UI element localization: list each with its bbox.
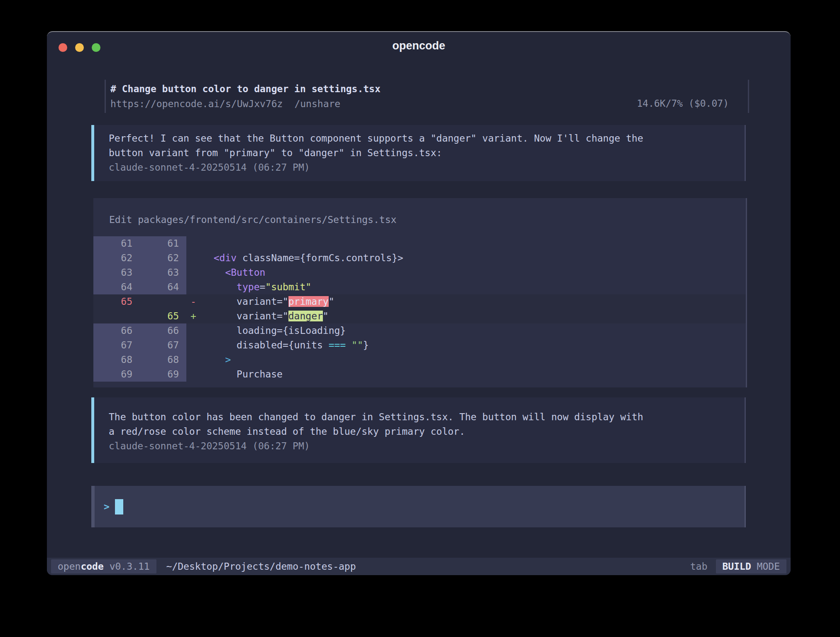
diff-code-line: loading={isLoading} bbox=[202, 323, 746, 338]
app-version: v0.3.11 bbox=[110, 561, 150, 572]
status-bar: opencode v0.3.11 ~/Desktop/Projects/demo… bbox=[47, 558, 791, 575]
diff-row: 6969 Purchase bbox=[93, 367, 746, 382]
new-line-number: 63 bbox=[140, 265, 186, 280]
new-line-number: 62 bbox=[140, 251, 186, 265]
diff-code-line: Purchase bbox=[202, 367, 746, 382]
diff-marker bbox=[186, 280, 202, 294]
working-directory: ~/Desktop/Projects/demo-notes-app bbox=[166, 561, 356, 572]
session-header: # Change button color to danger in setti… bbox=[105, 80, 749, 113]
diff-code-line: <Button bbox=[202, 265, 746, 280]
diff-row: 6262 <div className={formCs.controls}> bbox=[93, 251, 746, 265]
diff-marker bbox=[186, 323, 202, 338]
diff-view: 61616262 <div className={formCs.controls… bbox=[93, 236, 746, 382]
new-line-number: 69 bbox=[140, 367, 186, 382]
unshare-command: /unshare bbox=[294, 98, 340, 109]
diff-code-line bbox=[202, 236, 746, 251]
old-line-number bbox=[93, 309, 140, 323]
titlebar: opencode bbox=[47, 32, 791, 59]
diff-code-line: variant="danger" bbox=[202, 309, 746, 323]
old-line-number: 67 bbox=[93, 338, 140, 353]
mode-chip: BUILD MODE bbox=[716, 559, 787, 573]
diff-marker bbox=[186, 338, 202, 353]
desktop: { "window": { "title": "opencode" }, "he… bbox=[0, 0, 840, 637]
diff-row: 6767 disabled={units === ""} bbox=[93, 338, 746, 353]
message-meta: claude-sonnet-4-20250514 (06:27 PM) bbox=[109, 439, 740, 453]
opencode-window: opencode # Change button color to danger… bbox=[47, 31, 791, 575]
assistant-message: Perfect! I can see that the Button compo… bbox=[91, 125, 746, 181]
mode-name-bold: BUILD bbox=[723, 561, 751, 572]
message-line: Perfect! I can see that the Button compo… bbox=[109, 131, 740, 146]
new-line-number: 64 bbox=[140, 280, 186, 294]
minimize-button[interactable] bbox=[75, 43, 84, 52]
old-line-number: 65 bbox=[93, 294, 140, 309]
new-line-number: 65 bbox=[140, 309, 186, 323]
diff-row: 6464 type="submit" bbox=[93, 280, 746, 294]
message-line: button variant from "primary" to "danger… bbox=[109, 146, 740, 160]
diff-code-line: <div className={formCs.controls}> bbox=[202, 251, 746, 265]
share-url-link[interactable]: https://opencode.ai/s/UwJxv76z bbox=[110, 98, 283, 109]
diff-marker: + bbox=[186, 309, 202, 323]
traffic-lights bbox=[59, 43, 100, 52]
session-title: # Change button color to danger in setti… bbox=[110, 81, 748, 96]
message-line: The button color has been changed to dan… bbox=[109, 410, 740, 424]
maximize-button[interactable] bbox=[92, 43, 100, 52]
old-line-number: 63 bbox=[93, 265, 140, 280]
text-cursor bbox=[115, 499, 123, 514]
diff-marker bbox=[186, 367, 202, 382]
diff-row: 6363 <Button bbox=[93, 265, 746, 280]
diff-row: 6666 loading={isLoading} bbox=[93, 323, 746, 338]
prompt-caret: > bbox=[104, 501, 110, 512]
diff-marker bbox=[186, 236, 202, 251]
diff-row: 65+ variant="danger" bbox=[93, 309, 746, 323]
mode-name-regular: MODE bbox=[757, 561, 780, 572]
diff-code-line: type="submit" bbox=[202, 280, 746, 294]
assistant-message: The button color has been changed to dan… bbox=[91, 397, 746, 463]
diff-marker bbox=[186, 265, 202, 280]
new-line-number: 68 bbox=[140, 353, 186, 367]
close-button[interactable] bbox=[59, 43, 67, 52]
old-line-number: 66 bbox=[93, 323, 140, 338]
app-name-bold: code bbox=[81, 561, 103, 572]
message-line: a red/rose color scheme instead of the b… bbox=[109, 424, 740, 439]
old-line-number: 62 bbox=[93, 251, 140, 265]
diff-code-line: > bbox=[202, 353, 746, 367]
new-line-number: 67 bbox=[140, 338, 186, 353]
message-meta: claude-sonnet-4-20250514 (06:27 PM) bbox=[109, 160, 740, 175]
old-line-number: 69 bbox=[93, 367, 140, 382]
old-line-number: 64 bbox=[93, 280, 140, 294]
diff-row: 6868 > bbox=[93, 353, 746, 367]
new-line-number bbox=[140, 294, 186, 309]
edit-tool-title: Edit packages/frontend/src/containers/Se… bbox=[93, 198, 746, 236]
token-usage: 14.6K/7% ($0.07) bbox=[637, 98, 729, 109]
diff-marker bbox=[186, 353, 202, 367]
old-line-number: 68 bbox=[93, 353, 140, 367]
new-line-number: 61 bbox=[140, 236, 186, 251]
diff-marker: - bbox=[186, 294, 202, 309]
tab-key-hint: tab bbox=[690, 561, 708, 572]
diff-code-line: variant="primary" bbox=[202, 294, 746, 309]
edit-tool-panel: Edit packages/frontend/src/containers/Se… bbox=[93, 198, 747, 387]
prompt-input[interactable]: > bbox=[91, 486, 746, 527]
app-version-chip: opencode v0.3.11 bbox=[51, 559, 156, 573]
old-line-number: 61 bbox=[93, 236, 140, 251]
new-line-number: 66 bbox=[140, 323, 186, 338]
app-name-regular: open bbox=[58, 561, 81, 572]
diff-row: 65- variant="primary" bbox=[93, 294, 746, 309]
diff-row: 6161 bbox=[93, 236, 746, 251]
diff-marker bbox=[186, 251, 202, 265]
window-title: opencode bbox=[392, 39, 445, 52]
diff-code-line: disabled={units === ""} bbox=[202, 338, 746, 353]
